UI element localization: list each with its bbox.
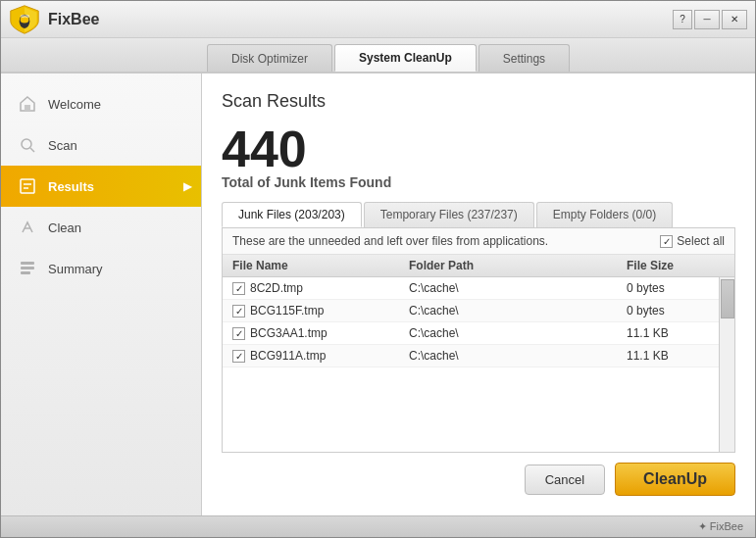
size-2: 11.1 KB (627, 326, 715, 340)
sidebar: Welcome Scan Results (1, 73, 202, 515)
sidebar-label-summary: Summary (48, 262, 103, 276)
bottom-bar: Cancel CleanUp (222, 453, 735, 500)
file-list-description-row: These are the unneeded and left over fil… (223, 228, 734, 255)
window-controls: ? ─ ✕ (673, 10, 747, 29)
col-size: File Size (627, 259, 715, 272)
scrollbar[interactable] (719, 277, 734, 452)
scrollbar-thumb[interactable] (721, 279, 734, 318)
filename-3: BCG911A.tmp (250, 349, 326, 363)
sub-tab-empty-folders[interactable]: Empty Folders (0/0) (536, 202, 673, 227)
select-all-control[interactable]: Select all (660, 234, 725, 248)
sidebar-item-welcome[interactable]: Welcome (1, 83, 201, 124)
table-header: File Name Folder Path File Size (223, 255, 734, 277)
svg-point-5 (22, 139, 31, 149)
file-list-description: These are the unneeded and left over fil… (232, 234, 548, 248)
home-icon (17, 93, 38, 115)
svg-line-6 (30, 148, 34, 152)
table-row: BCG3AA1.tmp C:\cache\ 11.1 KB (223, 322, 719, 345)
junk-label: Total of Junk Items Found (222, 174, 735, 190)
sub-tab-bar: Junk Files (203/203) Temporary Files (23… (222, 202, 735, 228)
path-1: C:\cache\ (409, 304, 627, 318)
table-row: 8C2D.tmp C:\cache\ 0 bytes (223, 277, 719, 300)
minimize-button[interactable]: ─ (694, 10, 720, 29)
svg-rect-4 (25, 105, 30, 111)
path-3: C:\cache\ (409, 349, 627, 363)
size-1: 0 bytes (627, 304, 715, 318)
path-0: C:\cache\ (409, 281, 627, 295)
tab-disk-optimizer[interactable]: Disk Optimizer (207, 44, 332, 72)
table-row: BCG115F.tmp C:\cache\ 0 bytes (223, 300, 719, 322)
cancel-button[interactable]: Cancel (525, 465, 605, 495)
app-title: FixBee (48, 11, 673, 28)
sidebar-item-scan[interactable]: Scan (1, 124, 201, 166)
help-button[interactable]: ? (673, 10, 692, 29)
filename-1: BCG115F.tmp (250, 304, 324, 318)
footer-brand-text: ✦ FixBee (698, 520, 743, 533)
sidebar-label-clean: Clean (48, 220, 81, 235)
select-all-label: Select all (677, 234, 725, 248)
sidebar-label-welcome: Welcome (48, 97, 101, 112)
sub-tab-junk-files[interactable]: Junk Files (203/203) (222, 202, 362, 227)
clean-icon (17, 217, 38, 238)
title-bar: FixBee ? ─ ✕ (1, 1, 755, 38)
svg-rect-7 (21, 179, 34, 193)
close-button[interactable]: ✕ (722, 10, 747, 29)
tab-system-cleanup[interactable]: System CleanUp (334, 44, 477, 72)
tab-settings[interactable]: Settings (479, 44, 570, 72)
content-area: Scan Results 440 Total of Junk Items Fou… (202, 73, 755, 515)
table-row: BCG911A.tmp C:\cache\ 11.1 KB (223, 345, 719, 367)
svg-rect-12 (21, 271, 30, 274)
cleanup-button[interactable]: CleanUp (615, 463, 735, 496)
main-area: Disk Optimizer System CleanUp Settings W… (1, 38, 755, 515)
filename-2: BCG3AA1.tmp (250, 326, 328, 340)
col-filename: File Name (232, 259, 409, 272)
app-logo (9, 4, 40, 35)
path-2: C:\cache\ (409, 326, 627, 340)
footer-brand: ✦ FixBee (698, 520, 743, 533)
sidebar-item-results[interactable]: Results (1, 166, 201, 207)
row-checkbox-0[interactable] (232, 282, 245, 295)
select-all-checkbox[interactable] (660, 235, 673, 248)
col-path: Folder Path (409, 259, 627, 272)
sidebar-label-scan: Scan (48, 138, 77, 153)
file-table: File Name Folder Path File Size 8C2D.tm (223, 255, 734, 452)
table-body: 8C2D.tmp C:\cache\ 0 bytes BCG115F.tmp (223, 277, 719, 452)
row-checkbox-1[interactable] (232, 305, 245, 318)
body-area: Welcome Scan Results (1, 73, 755, 515)
sub-tab-temp-files[interactable]: Temporary Files (237/237) (364, 202, 534, 227)
main-window: FixBee ? ─ ✕ Disk Optimizer System Clean… (0, 0, 756, 538)
filename-0: 8C2D.tmp (250, 281, 303, 295)
row-checkbox-3[interactable] (232, 350, 245, 363)
file-list-area: These are the unneeded and left over fil… (222, 228, 735, 453)
sidebar-item-clean[interactable]: Clean (1, 207, 201, 248)
junk-count: 440 (222, 123, 735, 174)
row-checkbox-2[interactable] (232, 327, 245, 340)
content-title: Scan Results (222, 91, 735, 112)
scan-icon (17, 134, 38, 156)
size-3: 11.1 KB (627, 349, 715, 363)
tab-bar: Disk Optimizer System CleanUp Settings (1, 38, 755, 73)
results-icon (17, 175, 38, 197)
sidebar-item-summary[interactable]: Summary (1, 248, 201, 289)
sidebar-label-results: Results (48, 179, 94, 194)
footer: ✦ FixBee (1, 515, 755, 537)
svg-rect-11 (21, 267, 34, 269)
size-0: 0 bytes (627, 281, 715, 295)
svg-rect-10 (21, 262, 34, 265)
summary-icon (17, 258, 38, 279)
svg-point-3 (25, 14, 29, 18)
